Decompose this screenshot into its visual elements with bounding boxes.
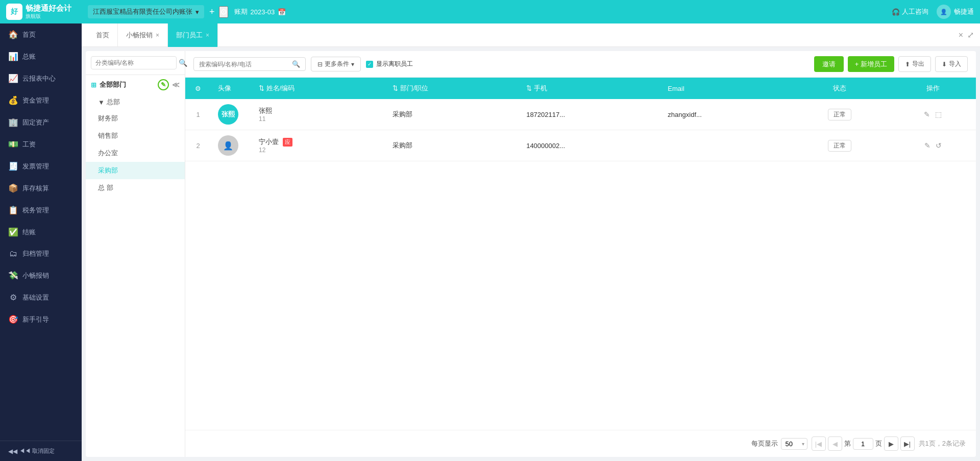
sidebar-item-label: 固定资产 bbox=[22, 118, 49, 127]
search-icon[interactable]: 🔍 bbox=[292, 60, 300, 68]
sidebar-item-reports[interactable]: 📈 云报表中心 bbox=[0, 67, 82, 89]
sidebar-item-close[interactable]: ✅ 结账 bbox=[0, 221, 82, 243]
sidebar-item-funds[interactable]: 💰 资金管理 bbox=[0, 89, 82, 111]
dept-tree-root[interactable]: ▼ 总部 bbox=[86, 94, 185, 110]
dept-tree-item-finance[interactable]: 财务部 bbox=[86, 110, 185, 127]
status-badge: 正常 bbox=[828, 140, 851, 152]
sidebar-item-invoice[interactable]: 🧾 发票管理 bbox=[0, 155, 82, 177]
page-input[interactable] bbox=[853, 438, 873, 450]
company-selector[interactable]: 江西服宝精品有限责任公司内账张 ▾ bbox=[88, 5, 204, 18]
tax-icon: 📋 bbox=[8, 205, 18, 215]
sidebar-item-home[interactable]: 🏠 首页 bbox=[0, 23, 82, 45]
sidebar-item-guide[interactable]: 🎯 新手引导 bbox=[0, 308, 82, 330]
service-button[interactable]: 🎧 人工咨询 bbox=[892, 7, 928, 16]
tab-department[interactable]: 部门员工 × bbox=[168, 23, 218, 47]
row-dept-cell: 采购部 bbox=[385, 99, 519, 130]
col-name[interactable]: ⇅ 姓名/编码 bbox=[252, 78, 385, 99]
add-employee-button[interactable]: + 新增员工 bbox=[848, 56, 894, 72]
salary-icon: 💵 bbox=[8, 139, 18, 149]
employee-table: ⚙ 头像 ⇅ 姓名/编码 ⇅ 部门/职位 ⇅ 手机 bbox=[185, 78, 976, 161]
show-resigned-toggle[interactable]: ✓ 显示离职员工 bbox=[366, 60, 413, 68]
col-email: Email bbox=[660, 78, 789, 99]
dept-tree: ▼ 总部 财务部 销售部 办公室 采购部 bbox=[86, 94, 185, 457]
table-row: 2 👤 宁小壹 应 12 bbox=[185, 130, 976, 161]
dept-tree-item-purchase[interactable]: 采购部 bbox=[86, 162, 185, 179]
last-page-button[interactable]: ▶| bbox=[900, 436, 915, 451]
col-phone[interactable]: ⇅ 手机 bbox=[519, 78, 660, 99]
toolbar-right: 邀请 + 新增员工 ⬆ 导出 ⬇ 导入 bbox=[814, 56, 968, 72]
add-company-button[interactable]: + bbox=[209, 7, 215, 17]
prev-page-button[interactable]: ◀ bbox=[828, 436, 842, 451]
row-phone-cell: 140000002... bbox=[519, 130, 660, 161]
page-content: 🔍 ⊞ 全部部门 ✎ ≪ ▼ 总部 财务部 bbox=[86, 51, 976, 457]
sidebar-item-assets[interactable]: 🏢 固定资产 bbox=[0, 111, 82, 133]
grid-icon: ⊞ bbox=[91, 81, 96, 89]
export-label: 导出 bbox=[912, 60, 924, 68]
calendar-icon[interactable]: 📅 bbox=[278, 8, 286, 16]
sidebar-item-expense[interactable]: 💸 小畅报销 bbox=[0, 264, 82, 286]
logo-icon: 好 bbox=[6, 4, 22, 20]
row-name-cell: 宁小壹 应 12 bbox=[252, 130, 385, 161]
filter-button[interactable]: ⊟ 更多条件 ▾ bbox=[311, 57, 361, 71]
dept-tree-item-sales[interactable]: 销售部 bbox=[86, 127, 185, 144]
sidebar-item-ledger[interactable]: 📊 总账 bbox=[0, 45, 82, 67]
col-name-label: ⇅ 姓名/编码 bbox=[259, 84, 295, 92]
per-page-select[interactable]: 50 10 20 100 bbox=[781, 438, 807, 450]
row-num: 2 bbox=[185, 130, 211, 161]
tab-expense[interactable]: 小畅报销 × bbox=[118, 23, 168, 47]
sidebar-item-salary[interactable]: 💵 工资 bbox=[0, 133, 82, 155]
edit-icon[interactable]: ✎ bbox=[924, 110, 930, 118]
dept-search-input[interactable] bbox=[91, 56, 177, 69]
sidebar-item-label: 首页 bbox=[22, 30, 36, 39]
sidebar-item-archive[interactable]: 🗂 归档管理 bbox=[0, 243, 82, 264]
emp-search-input[interactable] bbox=[199, 61, 289, 68]
row-phone-cell: 187202117... bbox=[519, 99, 660, 130]
row-email-cell: zhangxidf... bbox=[660, 99, 789, 130]
col-settings[interactable]: ⚙ bbox=[185, 78, 211, 99]
sidebar-item-settings[interactable]: ⚙ 基础设置 bbox=[0, 286, 82, 308]
edit-icon[interactable]: ✎ bbox=[924, 141, 930, 150]
tab-department-label: 部门员工 bbox=[176, 31, 203, 40]
col-dept-label: ⇅ 部门/职位 bbox=[393, 84, 428, 92]
tab-home[interactable]: 首页 bbox=[88, 23, 118, 47]
top-right: 🎧 人工咨询 👤 畅捷通 bbox=[892, 5, 974, 19]
row-avatar: 👤 bbox=[211, 130, 252, 161]
col-dept[interactable]: ⇅ 部门/职位 bbox=[385, 78, 519, 99]
col-avatar: 头像 bbox=[211, 78, 252, 99]
show-resigned-label: 显示离职员工 bbox=[376, 60, 413, 68]
sidebar: 🏠 首页 📊 总账 📈 云报表中心 💰 资金管理 🏢 固定资产 💵 工资 🧾 发… bbox=[0, 23, 82, 461]
logo-sub: 旗舰版 bbox=[26, 13, 71, 20]
logout-icon[interactable]: ⬚ bbox=[935, 110, 942, 118]
row-status-cell: 正常 bbox=[789, 130, 890, 161]
cancel-pin-button[interactable]: ◀◀ ◀◀ 取消固定 bbox=[0, 441, 82, 461]
dept-edit-button[interactable]: ✎ bbox=[158, 79, 169, 90]
next-page-button[interactable]: ▶ bbox=[884, 436, 898, 451]
tab-expense-close[interactable]: × bbox=[156, 32, 159, 39]
invite-button[interactable]: 邀请 bbox=[814, 56, 844, 72]
dept-root-label: 总部 bbox=[107, 98, 120, 107]
settings-button[interactable]: ⚙ bbox=[219, 6, 228, 18]
sidebar-item-tax[interactable]: 📋 税务管理 bbox=[0, 199, 82, 221]
row-name-cell: 张熙 11 bbox=[252, 99, 385, 130]
import-button[interactable]: ⬇ 导入 bbox=[935, 56, 968, 72]
tab-department-close[interactable]: × bbox=[206, 32, 209, 39]
collapse-icon[interactable]: ≪ bbox=[172, 81, 180, 89]
export-button[interactable]: ⬆ 导出 bbox=[898, 56, 931, 72]
dept-header: ⊞ 全部部门 ✎ ≪ bbox=[86, 75, 185, 94]
user-name: 畅捷通 bbox=[954, 7, 974, 16]
sidebar-item-label: 资金管理 bbox=[22, 96, 49, 105]
dept-sales-label: 销售部 bbox=[98, 131, 118, 140]
row-action-cell: ✎ ↺ bbox=[890, 130, 976, 161]
delete-icon[interactable]: ↺ bbox=[936, 141, 942, 150]
sidebar-item-label: 工资 bbox=[22, 140, 36, 149]
dept-tree-item-general[interactable]: 总 部 bbox=[86, 179, 185, 197]
user-area[interactable]: 👤 畅捷通 bbox=[937, 5, 974, 19]
tab-expand-button[interactable]: ⤢ bbox=[967, 30, 974, 40]
reports-icon: 📈 bbox=[8, 74, 18, 83]
first-page-button[interactable]: |◀ bbox=[812, 436, 826, 451]
assets-icon: 🏢 bbox=[8, 117, 18, 127]
dept-tree-item-office[interactable]: 办公室 bbox=[86, 144, 185, 162]
tab-close-all-button[interactable]: × bbox=[959, 30, 963, 40]
sidebar-item-inventory[interactable]: 📦 库存核算 bbox=[0, 177, 82, 199]
sidebar-item-label: 库存核算 bbox=[22, 184, 49, 193]
